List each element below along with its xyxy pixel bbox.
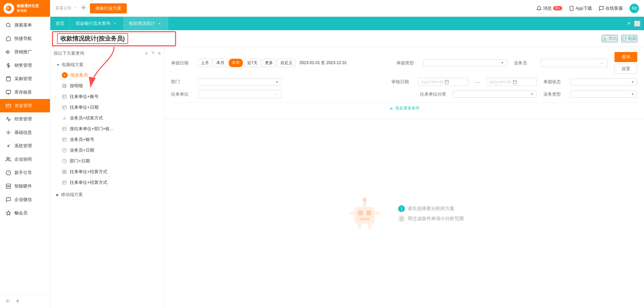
table-icon <box>62 94 67 99</box>
business-type-select[interactable]: ▼ <box>570 91 637 98</box>
date-btn-custom[interactable]: 自定义 <box>277 59 296 67</box>
sidebar-item-operations[interactable]: 经营管理 <box>0 112 50 126</box>
collapse-sidebar-icon[interactable] <box>15 298 21 305</box>
topbar-dropdown-icon[interactable] <box>73 6 77 11</box>
doc-status-select[interactable]: ▼ <box>570 79 637 86</box>
tab-home[interactable]: 首页 <box>50 17 70 30</box>
date-btn-last-month[interactable]: 上月 <box>198 59 212 67</box>
scheme-label: 业务员+结算方式 <box>70 115 103 121</box>
sidebar-item-enterprise[interactable]: 企业协同 <box>0 153 50 166</box>
online-service-btn[interactable]: 在线客服 <box>599 5 623 11</box>
sidebar-item-system[interactable]: 系统管理 <box>0 139 50 153</box>
sidebar-item-member[interactable]: 畅会员 <box>0 206 50 220</box>
sidebar-item-purchase[interactable]: 采购管理 <box>0 72 50 86</box>
scheme-item-partner-settlement1[interactable]: 往来单位+结算方式 <box>54 166 161 177</box>
scheme-item-salesperson-date[interactable]: 业务员+日期 <box>54 145 161 156</box>
basic-icon <box>5 129 12 136</box>
collapse-left-panel-btn[interactable]: « <box>158 50 161 56</box>
date-btn-7days[interactable]: 近7天 <box>244 59 261 67</box>
table-icon2 <box>62 105 67 110</box>
desktop-scheme-group-title[interactable]: ▼ 电脑端方案 <box>54 60 161 70</box>
partner-category-select[interactable]: ▼ <box>453 91 537 98</box>
sidebar-item-hardware[interactable]: 智能硬件 <box>0 179 50 193</box>
sidebar-item-inventory[interactable]: 库存核算 <box>0 86 50 99</box>
svg-rect-10 <box>6 104 10 107</box>
tab-close-window[interactable]: × <box>628 20 631 27</box>
add-scheme-btn[interactable]: + <box>145 50 148 56</box>
mobile-scheme-group-title[interactable]: ▶ 移动端方案 <box>54 190 161 200</box>
salesperson-select[interactable]: ··· <box>541 59 608 67</box>
empty-tips: 1 请先选择要分析的方案 2 用过滤条件来缩小分析范围 <box>398 205 464 222</box>
collapse-label: 收起更多条件 <box>395 105 420 111</box>
system-icon <box>5 143 12 149</box>
business-type-dropdown-icon: ▼ <box>631 92 634 96</box>
sidebar-item-marketing[interactable]: 营销推广 <box>0 45 50 59</box>
scheme-label: 往来单位+日期 <box>70 104 99 110</box>
left-panel: 按以下方案查询 + « ▼ 电脑端方案 <box>50 47 164 308</box>
collapse-bar[interactable]: 收起更多条件 <box>171 102 637 114</box>
table-icon4 <box>62 137 67 142</box>
tab-bank-flow[interactable]: 现金银行流水查询 × <box>70 17 123 30</box>
svg-line-3 <box>9 26 10 27</box>
tip-num-1: 1 <box>398 205 405 212</box>
svg-rect-69 <box>350 212 355 215</box>
app-name: 畅捷通好生意 <box>17 4 39 8</box>
review-date-from[interactable]: yyyy-mm-dd <box>418 78 469 86</box>
scheme-label: 业务员+账号 <box>70 137 94 143</box>
finance-icon <box>5 102 12 109</box>
empty-robot-illustration: 1 请先选择要分析的方案 2 用过滤条件来缩小分析范围 <box>344 194 464 234</box>
search-icon <box>5 22 12 29</box>
mobile-group-arrow: ▶ <box>56 193 59 197</box>
scheme-item-by-salesperson[interactable]: 按业务员 <box>54 70 161 81</box>
sidebar-item-search-menu[interactable]: 搜索菜单 <box>0 18 50 32</box>
svg-rect-66 <box>360 218 370 220</box>
wechat-icon <box>5 196 12 203</box>
date-btn-this-year[interactable]: 本年 <box>229 59 243 67</box>
partner-select[interactable]: ··· <box>198 90 282 98</box>
notification-btn[interactable]: 消息 99+ <box>536 5 562 11</box>
tab-collection-stats[interactable]: 收款情况统计 × <box>123 17 168 30</box>
scheme-item-salesperson-settlement[interactable]: 业务员+结算方式 <box>54 113 161 123</box>
hardware-icon <box>5 183 12 190</box>
date-range-display: 2023-01-01 至 2023-12-31 <box>300 60 347 66</box>
empty-state: 1 请先选择要分析的方案 2 用过滤条件来缩小分析范围 <box>164 119 644 308</box>
svg-rect-23 <box>570 6 573 10</box>
scheme-item-salesperson-account[interactable]: 业务员+账号 <box>54 134 161 145</box>
doc-type-select[interactable]: ▼ <box>423 59 507 66</box>
settings-bottom-icon[interactable] <box>5 298 10 305</box>
date-btn-this-month[interactable]: 本月 <box>213 59 227 67</box>
date-btn-more[interactable]: 更多 <box>262 59 276 67</box>
sidebar-item-wechat[interactable]: 企业微信 <box>0 193 50 206</box>
desktop-scheme-group: ▼ 电脑端方案 按业务员 按明细 <box>54 60 161 188</box>
sidebar-item-finance[interactable]: 资金管理 <box>0 99 50 112</box>
scheme-item-partner-date[interactable]: 往来单位+日期 <box>54 102 161 113</box>
refresh-btn[interactable]: 刷新 <box>621 35 637 42</box>
tab-collection-stats-close[interactable]: × <box>157 21 162 26</box>
sidebar-item-quick-nav[interactable]: 快捷导航 <box>0 32 50 45</box>
settings-btn[interactable]: 设置 <box>614 64 637 74</box>
partner-label: 往来单位 <box>171 91 191 97</box>
scheme-label: 往来单位+结算方式 <box>70 179 107 186</box>
scheme-item-by-detail[interactable]: 按明细 <box>54 81 161 91</box>
tab-maximize-window[interactable]: ⬜ <box>634 20 641 27</box>
review-date-to[interactable]: yyyy-mm-dd <box>486 78 537 86</box>
export-btn[interactable]: 导出 <box>602 35 618 42</box>
try-industry-btn[interactable]: 体验行业方案 <box>90 3 127 13</box>
scheme-item-dept-date[interactable]: 部门+日期 <box>54 156 161 166</box>
scheme-item-partner-settlement2[interactable]: 往来单位+结算方式 <box>54 177 161 188</box>
scheme-settings-btn[interactable] <box>151 50 155 56</box>
dept-select[interactable]: ▼ <box>198 79 282 86</box>
svg-rect-55 <box>445 80 449 84</box>
filter-area: 单据日期 上月 本月 本年 近7天 更多 自定义 2023-01-01 至 20… <box>164 47 644 119</box>
topbar: 某某公司 体验行业方案 消息 99+ App下载 在线客服 <box>50 0 644 17</box>
user-avatar[interactable]: Rit <box>630 4 639 13</box>
scheme-item-partner-dept[interactable]: 按往来单位+部门+收... <box>54 123 161 134</box>
sidebar-item-basic[interactable]: 基础信息 <box>0 126 50 139</box>
sidebar-item-sales[interactable]: 销售管理 <box>0 59 50 72</box>
sidebar-item-guide[interactable]: 新手引导 <box>0 166 50 179</box>
scheme-item-partner-account[interactable]: 往来单位+账号 <box>54 91 161 102</box>
topbar-settings-icon[interactable] <box>80 5 87 12</box>
tab-bank-flow-close[interactable]: × <box>112 21 118 26</box>
app-download-btn[interactable]: App下载 <box>569 5 592 11</box>
query-btn[interactable]: 查询 <box>614 52 637 62</box>
